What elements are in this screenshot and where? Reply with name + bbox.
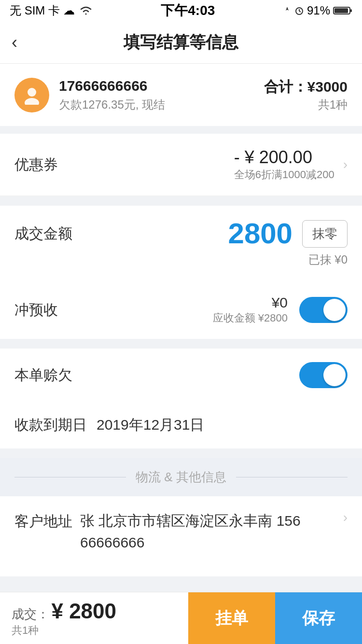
- prepay-amount: ¥0: [213, 294, 288, 311]
- due-date-label: 收款到期日: [14, 415, 87, 435]
- own-debt-row: 本单赊欠: [0, 349, 362, 402]
- coupon-desc: 全场6折满1000减200: [234, 168, 334, 182]
- address-chevron-icon: ›: [343, 510, 348, 525]
- bottom-bar: 成交： ¥ 2800 共1种 挂单 保存: [0, 592, 362, 644]
- coupon-row[interactable]: 优惠券 - ¥ 200.00 全场6折满1000减200 ›: [0, 134, 362, 196]
- hang-order-button[interactable]: 挂单: [188, 592, 275, 644]
- due-date-row: 收款到期日 2019年12月31日: [0, 402, 362, 448]
- customer-left: 17666666666 欠款1276.35元, 现结: [14, 78, 165, 112]
- bottom-deal-amount: ¥ 2800: [51, 599, 116, 623]
- back-button[interactable]: ‹: [12, 32, 17, 53]
- address-value: 张 北京市市辖区海淀区永丰南 156 66666666: [72, 510, 339, 553]
- address-row[interactable]: 客户地址 张 北京市市辖区海淀区永丰南 156 66666666 ›: [0, 496, 362, 567]
- svg-point-7: [25, 98, 39, 105]
- battery-label: 91%: [307, 4, 330, 17]
- wifi-icon: [79, 5, 93, 16]
- header-line-left: [14, 477, 126, 477]
- customer-phone: 17666666666: [59, 78, 165, 94]
- nav-bar: ‹ 填写结算等信息: [0, 21, 362, 64]
- status-time: 下午4:03: [161, 1, 215, 20]
- coupon-right: - ¥ 200.00 全场6折满1000减200 ›: [234, 147, 348, 182]
- status-bar: 无 SIM 卡 ☁ 下午4:03 91%: [0, 0, 362, 21]
- own-debt-toggle[interactable]: [299, 362, 348, 388]
- toggle-thumb: [323, 299, 346, 321]
- status-right: 91%: [283, 4, 352, 17]
- alarm-icon: [294, 6, 304, 15]
- own-debt-toggle-thumb: [323, 364, 346, 386]
- chevron-right-icon: ›: [343, 157, 348, 172]
- svg-rect-4: [334, 8, 348, 13]
- svg-line-2: [299, 11, 301, 12]
- total-amount: 合计：¥3000: [264, 77, 348, 97]
- svg-rect-5: [350, 9, 352, 12]
- address-label: 客户地址: [14, 512, 72, 532]
- deal-amount-section: 成交金额 2800 抹零 已抹 ¥0: [0, 206, 362, 281]
- deal-sub: 已抹 ¥0: [14, 252, 348, 267]
- prepay-right: ¥0 应收金额 ¥2800: [213, 294, 348, 325]
- page-title: 填写结算等信息: [124, 31, 238, 54]
- battery-icon: [333, 6, 352, 15]
- avatar: [14, 78, 49, 112]
- content: 17666666666 欠款1276.35元, 现结 合计：¥3000 共1种 …: [0, 64, 362, 634]
- deal-value-block: 2800 抹零: [228, 219, 348, 248]
- bottom-total-block: 成交： ¥ 2800 共1种: [0, 599, 188, 638]
- gray-separator-3: [0, 448, 362, 458]
- round-zero-button[interactable]: 抹零: [302, 220, 348, 248]
- customer-debt: 欠款1276.35元, 现结: [59, 97, 165, 112]
- own-debt-label: 本单赊欠: [14, 365, 72, 385]
- prepay-toggle[interactable]: [299, 297, 348, 323]
- deal-number[interactable]: 2800: [228, 219, 292, 248]
- deal-label: 成交金额: [14, 224, 72, 244]
- coupon-label: 优惠券: [14, 155, 58, 175]
- prepay-row: 冲预收 ¥0 应收金额 ¥2800: [0, 281, 362, 339]
- gray-separator-1: [0, 196, 362, 206]
- logistics-header-text: 物流 & 其他信息: [136, 469, 226, 486]
- customer-card: 17666666666 欠款1276.35元, 现结 合计：¥3000 共1种: [0, 64, 362, 126]
- bottom-deal-count: 共1种: [12, 623, 177, 638]
- location-icon: [283, 6, 292, 15]
- header-line-right: [236, 477, 348, 477]
- prepay-amount-block: ¥0 应收金额 ¥2800: [213, 294, 288, 325]
- bottom-deal-label: 成交：: [12, 607, 49, 621]
- prepay-sub: 应收金额 ¥2800: [213, 311, 288, 325]
- total-count: 共1种: [264, 97, 348, 112]
- customer-info: 17666666666 欠款1276.35元, 现结: [59, 78, 165, 112]
- logistics-section-header: 物流 & 其他信息: [0, 458, 362, 496]
- gray-separator-2: [0, 339, 362, 349]
- status-left: 无 SIM 卡 ☁: [10, 3, 93, 18]
- deal-amount-row: 成交金额 2800 抹零: [14, 219, 348, 248]
- coupon-amount: - ¥ 200.00: [234, 147, 334, 168]
- prepay-label: 冲预收: [14, 300, 58, 320]
- save-button[interactable]: 保存: [275, 592, 362, 644]
- due-date-value: 2019年12月31日: [97, 415, 204, 435]
- svg-point-6: [28, 88, 36, 97]
- customer-right: 合计：¥3000 共1种: [264, 77, 348, 112]
- sim-label: 无 SIM 卡 ☁: [10, 3, 75, 18]
- address-bottom-pad: [0, 567, 362, 576]
